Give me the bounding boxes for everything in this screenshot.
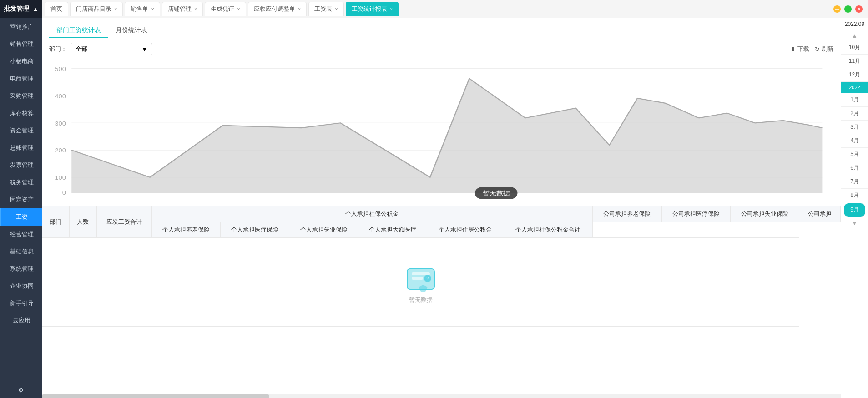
chevron-down-icon: ▼ xyxy=(141,46,147,53)
month-item-5月[interactable]: 5月 xyxy=(841,148,868,161)
main-area: 首页门店商品目录×销售单×店铺管理×生成凭证×应收应付调整单×工资表×工资统计报… xyxy=(42,0,868,398)
col-p-major-med: 个人承担大额医疗 xyxy=(358,222,427,238)
sidebar-item-资金管理[interactable]: 资金管理 xyxy=(0,122,42,139)
month-header[interactable]: 2022.09 xyxy=(841,18,868,30)
month-item-4月[interactable]: 4月 xyxy=(841,134,868,148)
tab-close-7[interactable]: × xyxy=(390,6,393,12)
content-area: 部门工资统计表 月份统计表 部门： 全部 ▼ ⬇ 下载 xyxy=(42,18,868,398)
sidebar-item-企业协同[interactable]: 企业协同 xyxy=(0,277,42,295)
data-table: 部门 人数 应发工资合计 个人承担社保公积金 公司承担养老保险 公司承担医疗保险… xyxy=(42,206,841,327)
month-nav-down[interactable]: ▼ xyxy=(841,218,868,228)
sidebar-item-电商管理[interactable]: 电商管理 xyxy=(0,70,42,87)
year-label: 2022 xyxy=(841,82,868,93)
download-button[interactable]: ⬇ 下载 xyxy=(791,45,809,53)
table-container[interactable]: 部门 人数 应发工资合计 个人承担社保公积金 公司承担养老保险 公司承担医疗保险… xyxy=(42,206,841,394)
svg-text:300: 300 xyxy=(55,120,66,127)
tab-dept-stats[interactable]: 部门工资统计表 xyxy=(49,24,108,38)
tab-2[interactable]: 销售单× xyxy=(125,2,160,16)
tab-1[interactable]: 门店商品目录× xyxy=(70,2,123,16)
refresh-icon: ↻ xyxy=(815,46,820,53)
svg-text:暂无数据: 暂无数据 xyxy=(483,190,510,196)
sidebar-item-小畅电商[interactable]: 小畅电商 xyxy=(0,53,42,70)
chart-svg: 500 400 300 200 100 0 xyxy=(49,64,833,202)
sidebar-item-云应用[interactable]: 云应用 xyxy=(0,312,42,329)
month-item-2月[interactable]: 2月 xyxy=(841,107,868,121)
tab-5[interactable]: 应收应付调整单× xyxy=(248,2,307,16)
tab-3[interactable]: 店铺管理× xyxy=(162,2,203,16)
month-item-10月[interactable]: 10月 xyxy=(841,41,868,55)
col-company-other: 公司承担 xyxy=(799,206,841,222)
sidebar-item-固定资产[interactable]: 固定资产 xyxy=(0,191,42,208)
tab-6[interactable]: 工资表× xyxy=(308,2,343,16)
tab-0[interactable]: 首页 xyxy=(45,2,68,16)
col-salary: 应发工资合计 xyxy=(96,206,151,238)
horizontal-scrollbar[interactable] xyxy=(42,394,841,398)
gear-icon: ⚙ xyxy=(18,387,24,393)
toolbar: 部门： 全部 ▼ ⬇ 下载 ↻ 刷新 xyxy=(42,38,841,60)
tab-4[interactable]: 生成凭证× xyxy=(205,2,246,16)
sidebar-item-采购管理[interactable]: 采购管理 xyxy=(0,87,42,105)
col-p-total: 个人承担社保公积金合计 xyxy=(503,222,593,238)
svg-text:500: 500 xyxy=(55,65,66,72)
svg-text:?: ? xyxy=(426,276,429,281)
tab-close-1[interactable]: × xyxy=(114,6,117,12)
empty-icon: ? xyxy=(403,260,439,296)
sub-tabs: 部门工资统计表 月份统计表 xyxy=(42,18,841,38)
sidebar-item-库存核算[interactable]: 库存核算 xyxy=(0,105,42,122)
month-item-7月[interactable]: 7月 xyxy=(841,175,868,189)
toolbar-left: 部门： 全部 ▼ xyxy=(49,43,152,55)
settings-button[interactable]: ⚙ xyxy=(0,382,42,398)
month-panel: 2022.09 ▲ 10月11月12月20221月2月3月4月5月6月7月8月9… xyxy=(841,18,868,398)
sidebar-item-系统管理[interactable]: 系统管理 xyxy=(0,260,42,277)
minimize-button[interactable]: — xyxy=(833,5,841,13)
refresh-button[interactable]: ↻ 刷新 xyxy=(815,45,833,53)
sidebar-item-新手引导[interactable]: 新手引导 xyxy=(0,295,42,312)
tab-label-7: 工资统计报表 xyxy=(352,5,387,13)
sidebar-item-销售管理[interactable]: 销售管理 xyxy=(0,35,42,53)
col-company-unemp: 公司承担失业保险 xyxy=(731,206,799,222)
sidebar-item-总账管理[interactable]: 总账管理 xyxy=(0,139,42,156)
sidebar-item-税务管理[interactable]: 税务管理 xyxy=(0,174,42,191)
col-dept: 部门 xyxy=(42,206,70,238)
main-panel: 部门工资统计表 月份统计表 部门： 全部 ▼ ⬇ 下载 xyxy=(42,18,841,398)
svg-text:0: 0 xyxy=(62,189,66,196)
maximize-button[interactable]: □ xyxy=(844,5,852,13)
sidebar-item-工资[interactable]: 工资 xyxy=(0,208,42,226)
col-personal-insurance: 个人承担社保公积金 xyxy=(151,206,593,222)
col-company-old: 公司承担养老保险 xyxy=(593,206,661,222)
close-button[interactable]: ✕ xyxy=(855,5,863,13)
window-controls: — □ ✕ xyxy=(833,5,866,13)
tab-close-4[interactable]: × xyxy=(237,6,240,12)
col-p-old: 个人承担养老保险 xyxy=(151,222,220,238)
tab-7[interactable]: 工资统计报表× xyxy=(346,2,399,16)
tab-close-2[interactable]: × xyxy=(151,6,154,12)
month-item-9月[interactable]: 9月 xyxy=(844,203,865,217)
sidebar-item-营销推广[interactable]: 营销推广 xyxy=(0,18,42,35)
chart-container: 500 400 300 200 100 0 xyxy=(42,60,841,206)
month-item-1月[interactable]: 1月 xyxy=(841,93,868,107)
empty-text: 暂无数据 xyxy=(409,296,433,304)
month-item-11月[interactable]: 11月 xyxy=(841,55,868,68)
col-p-unemp: 个人承担失业保险 xyxy=(289,222,358,238)
month-nav-up[interactable]: ▲ xyxy=(841,30,868,41)
sidebar-collapse-icon[interactable]: ▲ xyxy=(33,6,38,12)
tab-month-stats[interactable]: 月份统计表 xyxy=(108,24,155,38)
tab-close-5[interactable]: × xyxy=(298,6,301,12)
scroll-thumb[interactable] xyxy=(42,394,269,398)
tab-label-3: 店铺管理 xyxy=(168,5,192,13)
tab-close-3[interactable]: × xyxy=(194,6,197,12)
svg-text:100: 100 xyxy=(55,174,66,181)
sidebar-item-经营管理[interactable]: 经营管理 xyxy=(0,226,42,243)
svg-rect-17 xyxy=(412,277,423,280)
month-item-12月[interactable]: 12月 xyxy=(841,68,868,82)
tab-close-6[interactable]: × xyxy=(335,6,338,12)
dept-select[interactable]: 全部 ▼ xyxy=(71,43,152,55)
col-p-housing: 个人承担住房公积金 xyxy=(427,222,503,238)
month-item-8月[interactable]: 8月 xyxy=(841,189,868,202)
month-item-3月[interactable]: 3月 xyxy=(841,121,868,134)
svg-text:200: 200 xyxy=(55,147,66,154)
empty-state: ? 暂无数据 xyxy=(42,238,799,327)
month-item-6月[interactable]: 6月 xyxy=(841,161,868,175)
sidebar-item-发票管理[interactable]: 发票管理 xyxy=(0,156,42,174)
sidebar-item-基础信息[interactable]: 基础信息 xyxy=(0,243,42,260)
